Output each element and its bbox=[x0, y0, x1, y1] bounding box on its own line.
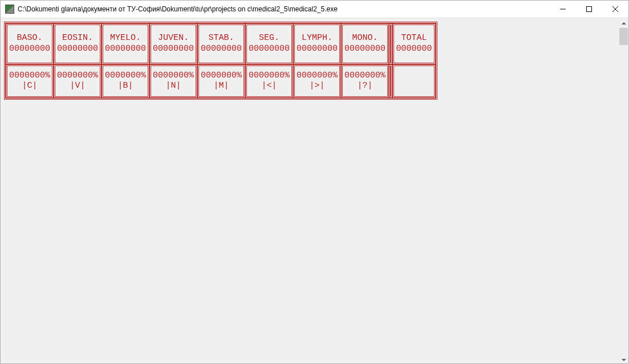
col-eosin-key: 0000000% |V| bbox=[55, 66, 100, 97]
col-eosin-header: EOSIN. 00000000 bbox=[55, 25, 100, 63]
minimize-button[interactable] bbox=[550, 1, 576, 18]
col-mono-header: MONO. 00000000 bbox=[343, 25, 387, 63]
svg-marker-4 bbox=[622, 22, 626, 24]
cell-grid: BASO. 00000000 EOSIN. 00000000 MYELO. 00… bbox=[4, 22, 437, 100]
col-lymph-header: LYMPH. 00000000 bbox=[295, 25, 339, 63]
col-total-empty bbox=[394, 66, 434, 97]
scroll-up-icon[interactable] bbox=[619, 18, 628, 28]
col-stab-key: 0000000% |M| bbox=[199, 66, 244, 97]
col-stab-header: STAB. 00000000 bbox=[199, 25, 244, 63]
titlebar: C:\Dokumenti glavna\документи от ТУ-Софи… bbox=[1, 1, 628, 18]
col-mono-key: 0000000% |?| bbox=[343, 66, 387, 97]
client-area: BASO. 00000000 EOSIN. 00000000 MYELO. 00… bbox=[1, 18, 628, 364]
col-lymph-key: 0000000% |>| bbox=[295, 66, 339, 97]
header-row: BASO. 00000000 EOSIN. 00000000 MYELO. 00… bbox=[6, 23, 436, 64]
key-row: 0000000% |C| 0000000% |V| 0000000% |B| 0… bbox=[6, 64, 436, 99]
col-baso-key: 0000000% |C| bbox=[7, 66, 52, 97]
window-controls bbox=[550, 1, 628, 18]
app-icon bbox=[5, 5, 14, 14]
svg-rect-1 bbox=[587, 7, 592, 12]
col-juven-header: JUVEN. 00000000 bbox=[151, 25, 196, 63]
col-myelo-header: MYELO. 00000000 bbox=[103, 25, 148, 63]
svg-marker-5 bbox=[622, 359, 626, 361]
col-myelo-key: 0000000% |B| bbox=[103, 66, 148, 97]
col-juven-key: 0000000% |N| bbox=[151, 66, 196, 97]
window-title: C:\Dokumenti glavna\документи от ТУ-Софи… bbox=[18, 5, 550, 13]
scroll-down-icon[interactable] bbox=[619, 355, 628, 364]
close-button[interactable] bbox=[602, 1, 628, 18]
col-baso-header: BASO. 00000000 bbox=[7, 25, 52, 63]
col-total-header: TOTAL 0000000 bbox=[394, 25, 434, 63]
col-seg-header: SEG. 00000000 bbox=[247, 25, 291, 63]
vertical-scrollbar[interactable] bbox=[619, 18, 628, 364]
maximize-button[interactable] bbox=[576, 1, 602, 18]
scroll-thumb[interactable] bbox=[619, 28, 628, 45]
col-seg-key: 0000000% |<| bbox=[247, 66, 291, 97]
content-area: BASO. 00000000 EOSIN. 00000000 MYELO. 00… bbox=[1, 18, 628, 100]
